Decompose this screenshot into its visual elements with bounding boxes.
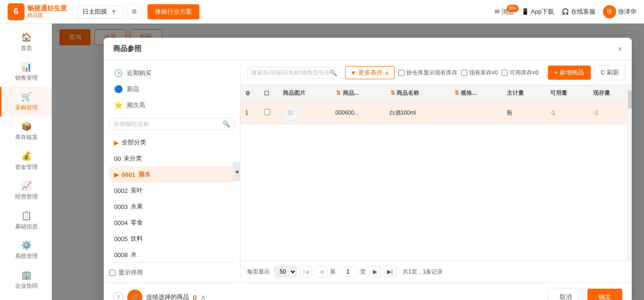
logo-sub: 精品版 (27, 12, 67, 19)
checkbox-warehouse: 按仓库显示现有库存 (398, 69, 457, 77)
page-prev-button[interactable]: ◀ (315, 266, 327, 278)
nav-store-selector[interactable]: 日太阳膜 ▼ (76, 5, 123, 18)
recent-purchase-label: 近期购买 (127, 69, 151, 77)
page-number-input[interactable] (339, 267, 357, 277)
recent-purchase-btn[interactable]: 🕒 近期购买 (109, 66, 234, 80)
sidebar-item-basic[interactable]: 📋 基础信息 (0, 206, 51, 235)
star-icon: ⭐ (114, 101, 123, 109)
inventory-icon: 📦 (21, 121, 32, 132)
category-0002[interactable]: 0002 茶叶 (109, 183, 234, 199)
category-0001[interactable]: ▶ 0001 酒水 (109, 167, 234, 183)
sidebar-label-operation: 经营管理 (15, 193, 38, 201)
category-all[interactable]: ▶ 全部分类 (109, 134, 234, 150)
category-0004-label: 零食 (131, 218, 143, 227)
product-search-input[interactable] (251, 69, 330, 76)
cancel-button[interactable]: 取消 (548, 289, 584, 300)
product-reference-modal: 商品参照 × 🕒 近期购买 🔵 新品 (104, 38, 632, 300)
available-nonzero-checkbox[interactable] (502, 70, 508, 76)
row-code: 000600... (330, 101, 385, 125)
filter-icon: ▼ (350, 69, 356, 76)
refresh-table-button[interactable]: C 刷新 (594, 65, 625, 80)
warehouse-checkbox[interactable] (398, 70, 405, 76)
col-name[interactable]: ⇅ 商品名称 (385, 85, 449, 101)
app-download-button[interactable]: 📱 App下载 (521, 8, 554, 16)
scrollbar-thumb[interactable] (628, 90, 632, 109)
row-index: 1 (240, 101, 259, 125)
col-image-label: 商品图片 (283, 90, 305, 96)
category-search-icon[interactable]: 🔍 (223, 120, 230, 127)
try-button[interactable]: 体验行业方案 (148, 4, 199, 19)
category-0005-code: 0005 (114, 235, 128, 242)
service-button[interactable]: 🎧 在线客服 (561, 8, 595, 16)
sidebar-item-finance[interactable]: 💰 资金管理 (0, 146, 51, 176)
message-button[interactable]: ✉ 消息 99+ (495, 8, 514, 16)
modal-title: 商品参照 (113, 44, 617, 53)
sidebar-item-inventory[interactable]: 📦 库存核算 (0, 117, 51, 146)
modal-header: 商品参照 × (104, 38, 632, 60)
show-disabled-checkbox[interactable] (109, 270, 116, 276)
category-0008[interactable]: 0008 水 (109, 247, 234, 262)
page-first-button[interactable]: |◀ (300, 266, 312, 278)
search-icon[interactable]: 🔍 (330, 69, 337, 76)
more-filter-button[interactable]: ▼ 更多条件 ∧ (345, 66, 395, 79)
new-product-btn[interactable]: 🔵 新品 (109, 82, 234, 96)
sort-icon-spec: ⇅ (454, 90, 459, 96)
col-spec[interactable]: ⇅ 规格... (449, 85, 502, 101)
col-unit: 主计量 (502, 85, 545, 101)
app-download-label: App下载 (531, 8, 554, 16)
sidebar-item-system[interactable]: ⚙️ 系统管理 (0, 235, 51, 265)
category-0003[interactable]: 0003 水果 (109, 199, 234, 215)
collapse-panel-button[interactable]: ◀ (233, 162, 240, 181)
page-next-button[interactable]: ▶ (369, 266, 381, 278)
sidebar-item-purchase[interactable]: 🛒 采购管理 (0, 87, 51, 117)
per-page-select[interactable]: 50 (274, 266, 297, 277)
col-settings: ⚙ (240, 85, 259, 101)
store-name: 日太阳膜 (83, 8, 107, 16)
collab-icon: 🏢 (21, 270, 32, 280)
sidebar-label-collab: 企业协同 (15, 282, 38, 290)
sidebar-item-operation[interactable]: 📈 经营管理 (0, 176, 51, 206)
username: 徐泽华 (618, 8, 636, 16)
product-table: ⚙ ☐ 商品图片 ⇅ 商品... (240, 85, 632, 125)
row-checkbox[interactable] (259, 101, 278, 125)
col-unit-label: 主计量 (507, 90, 524, 96)
category-0005[interactable]: 0005 饮料 (109, 231, 234, 247)
sort-icon-name: ⇅ (390, 90, 395, 96)
add-product-button[interactable]: + 新增商品 (548, 66, 591, 80)
sidebar: 🏠 首页 📊 销售管理 🛒 采购管理 📦 库存核算 💰 资金管理 📈 经营管理 … (0, 24, 52, 300)
category-00[interactable]: 00 未分类 (109, 150, 234, 167)
help-icon[interactable]: ? (113, 292, 124, 300)
col-code[interactable]: ⇅ 商品... (330, 85, 385, 101)
frequent-btn[interactable]: ⭐ 频次高 (109, 98, 234, 112)
stock-nonzero-checkbox[interactable] (461, 70, 467, 76)
settings-icon[interactable]: ⚙ (127, 4, 142, 19)
col-available-label: 可用量 (550, 90, 567, 96)
logo: 6 畅捷通好生意 精品版 (8, 3, 67, 20)
table-header-row: ⚙ ☐ 商品图片 ⇅ 商品... (240, 85, 632, 101)
sidebar-item-collab[interactable]: 🏢 企业协同 (0, 265, 51, 295)
modal-footer: ? 🛒 连续选择的商品 0 ∧ 取消 确定 (104, 283, 632, 300)
vertical-scrollbar[interactable] (627, 85, 632, 260)
modal-close-button[interactable]: × (617, 45, 622, 53)
sidebar-item-home[interactable]: 🏠 首页 (0, 27, 51, 57)
modal-body: 🕒 近期购买 🔵 新品 ⭐ 频次高 (104, 60, 632, 283)
col-name-label: 商品名称 (396, 90, 419, 96)
category-0008-code: 0008 (114, 251, 128, 258)
sidebar-item-sales[interactable]: 📊 销售管理 (0, 57, 51, 87)
chevron-left-icon: ◀ (235, 169, 239, 174)
toolbar: 🔍 ▼ 更多条件 ∧ 按仓库显示现有库存 (240, 60, 632, 85)
table-row[interactable]: 1 🖼 000600... 白酒100ml (240, 101, 632, 125)
page-last-button[interactable]: ▶| (384, 266, 396, 278)
category-search-input[interactable] (114, 121, 223, 127)
page-total-info: 共1页，1条记录 (403, 268, 443, 276)
user-menu[interactable]: 徐 徐泽华 (603, 5, 636, 18)
message-badge: 99+ (507, 5, 519, 12)
category-list: ▶ 全部分类 00 未分类 ▶ 0001 酒水 (109, 134, 234, 262)
cart-collapse-button[interactable]: ∧ (200, 293, 206, 300)
confirm-button[interactable]: 确定 (587, 289, 622, 300)
sort-icon: ⇅ (336, 90, 341, 96)
nav-right: ✉ 消息 99+ 📱 App下载 🎧 在线客服 徐 徐泽华 (495, 5, 636, 18)
category-0004[interactable]: 0004 零食 (109, 215, 234, 231)
sidebar-item-guide[interactable]: 🌟 新手引导 (0, 295, 51, 300)
category-0002-code: 0002 (114, 187, 128, 194)
